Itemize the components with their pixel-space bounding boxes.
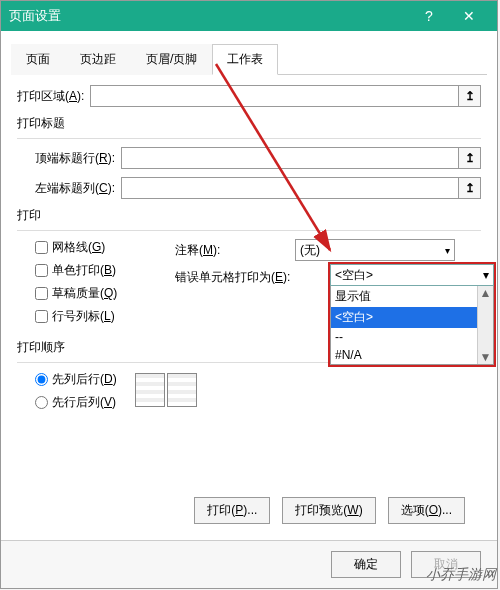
comments-label: 注释(M): [175, 242, 295, 259]
tab-sheet[interactable]: 工作表 [212, 44, 278, 75]
chevron-down-icon: ▾ [445, 245, 450, 256]
draft-label: 草稿质量(Q) [52, 285, 117, 302]
dialog-footer: 确定 取消 [1, 540, 497, 588]
help-button[interactable]: ? [409, 1, 449, 31]
tab-page[interactable]: 页面 [11, 44, 65, 75]
print-section-label: 打印 [17, 207, 481, 224]
errors-value: <空白> [335, 267, 373, 284]
tab-margins[interactable]: 页边距 [65, 44, 131, 75]
comments-value: (无) [300, 242, 320, 259]
errors-option-list: 显示值 <空白> -- #N/A ▲▼ [330, 286, 494, 365]
options-button[interactable]: 选项(O)... [388, 497, 465, 524]
print-area-range-icon[interactable]: ↥ [459, 85, 481, 107]
bw-label: 单色打印(B) [52, 262, 116, 279]
errors-option-na[interactable]: #N/A [331, 346, 493, 364]
over-down-radio[interactable] [35, 396, 48, 409]
chevron-down-icon: ▾ [483, 268, 489, 282]
print-button[interactable]: 打印(P)... [194, 497, 270, 524]
ok-button[interactable]: 确定 [331, 551, 401, 578]
tab-header-footer[interactable]: 页眉/页脚 [131, 44, 212, 75]
down-over-radio[interactable] [35, 373, 48, 386]
errors-option-dashes[interactable]: -- [331, 328, 493, 346]
gridlines-checkbox[interactable] [35, 241, 48, 254]
watermark-text: 小乔手游网 [426, 566, 496, 584]
gridlines-label: 网格线(G) [52, 239, 105, 256]
top-rows-label: 顶端标题行(R): [35, 150, 115, 167]
rowcol-label: 行号列标(L) [52, 308, 115, 325]
errors-dropdown[interactable]: <空白> ▾ [330, 264, 494, 286]
rowcol-checkbox[interactable] [35, 310, 48, 323]
bw-checkbox[interactable] [35, 264, 48, 277]
left-cols-label: 左端标题列(C): [35, 180, 115, 197]
titles-section-label: 打印标题 [17, 115, 481, 132]
page-order-preview-icon [135, 373, 197, 407]
errors-dropdown-open: <空白> ▾ 显示值 <空白> -- #N/A ▲▼ [328, 262, 496, 367]
close-button[interactable]: ✕ [449, 1, 489, 31]
print-area-input[interactable] [90, 85, 459, 107]
down-over-label: 先列后行(D) [52, 371, 117, 388]
dropdown-scrollbar[interactable]: ▲▼ [477, 286, 493, 364]
top-rows-input[interactable] [121, 147, 459, 169]
top-rows-range-icon[interactable]: ↥ [459, 147, 481, 169]
print-preview-button[interactable]: 打印预览(W) [282, 497, 375, 524]
errors-option-blank[interactable]: <空白> [331, 307, 493, 328]
dialog-title: 页面设置 [9, 7, 409, 25]
left-cols-input[interactable] [121, 177, 459, 199]
errors-label: 错误单元格打印为(E): [175, 269, 295, 286]
errors-option-displayed[interactable]: 显示值 [331, 286, 493, 307]
print-area-label: 打印区域(A): [17, 88, 84, 105]
over-down-label: 先行后列(V) [52, 394, 116, 411]
titlebar: 页面设置 ? ✕ [1, 1, 497, 31]
comments-dropdown[interactable]: (无) ▾ [295, 239, 455, 261]
left-cols-range-icon[interactable]: ↥ [459, 177, 481, 199]
tab-bar: 页面 页边距 页眉/页脚 工作表 [11, 43, 487, 75]
draft-checkbox[interactable] [35, 287, 48, 300]
